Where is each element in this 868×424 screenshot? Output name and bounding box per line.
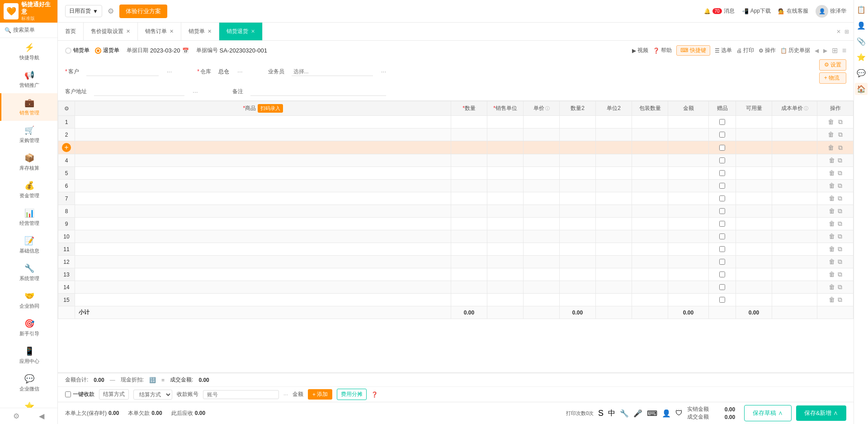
gift-check-12[interactable] <box>719 259 725 265</box>
radio-sale[interactable]: 销货单 <box>65 47 90 54</box>
staff-input[interactable] <box>292 67 373 76</box>
customer-dots-btn[interactable]: ··· <box>167 68 172 75</box>
unit-input-1[interactable] <box>491 119 519 125</box>
qty2-input-1[interactable] <box>563 119 592 125</box>
price-info-icon[interactable]: ⓘ <box>545 106 550 111</box>
gift-check-1[interactable] <box>719 119 725 125</box>
remark-input[interactable] <box>250 87 386 96</box>
toolbar-shortcut-btn[interactable]: ⌨ 快捷键 <box>676 45 710 56</box>
copy-row-7-icon[interactable]: ⧉ <box>838 195 842 202</box>
toolbar-history-btn[interactable]: 📋 历史单据 <box>780 47 810 54</box>
cost-info-icon[interactable]: ⓘ <box>804 106 808 111</box>
product-input-3[interactable] <box>79 144 447 151</box>
calendar-icon[interactable]: 📅 <box>182 48 189 54</box>
copy-row-5-icon[interactable]: ⧉ <box>838 169 842 176</box>
price-input-1[interactable] <box>527 119 556 125</box>
copy-row-4-icon[interactable]: ⧉ <box>838 157 842 164</box>
fee-help-icon[interactable]: ❓ <box>371 391 378 398</box>
sidebar-item-wechat[interactable]: 💬 企业微信 <box>0 369 57 397</box>
save-draft-button[interactable]: 保存草稿 ∧ <box>744 405 792 421</box>
delete-row-3-icon[interactable]: 🗑 <box>828 144 834 151</box>
tab-sale-return[interactable]: 销货退货 ✕ <box>219 23 263 40</box>
copy-row-8-icon[interactable]: ⧉ <box>838 207 842 214</box>
one-click-payment-check[interactable]: 一键收款 <box>65 391 94 398</box>
delete-row-10-icon[interactable]: 🗑 <box>829 233 835 240</box>
nav-prev-icon[interactable]: ◀ <box>815 48 819 54</box>
gift-check-13[interactable] <box>719 272 725 277</box>
pkg-input-1[interactable] <box>636 119 664 125</box>
tab-close-sale-goods[interactable]: ✕ <box>208 29 212 34</box>
copy-row-12-icon[interactable]: ⧉ <box>838 258 842 265</box>
sidebar-item-enterprise[interactable]: 🤝 企业协同 <box>0 286 57 314</box>
app-download-btn[interactable]: 📲 App下载 <box>742 7 771 15</box>
delete-row-2-icon[interactable]: 🗑 <box>828 131 834 138</box>
avail-input-1[interactable] <box>740 119 768 125</box>
sidebar-item-purchase[interactable]: 🛒 采购管理 <box>0 121 57 148</box>
settle-method-btn[interactable]: 结算方式 <box>99 389 129 400</box>
account-dots-btn[interactable]: ··· <box>283 391 288 398</box>
delete-row-6-icon[interactable]: 🗑 <box>829 182 835 189</box>
add-logistics-button[interactable]: + 物流 <box>819 72 846 84</box>
trial-button[interactable]: 体验行业方案 <box>119 5 167 18</box>
tab-close-sale-order[interactable]: ✕ <box>170 29 174 34</box>
th-settings[interactable]: ⚙ <box>58 101 75 116</box>
amount-input-1[interactable] <box>672 119 705 125</box>
topbar-gear-icon[interactable]: ⚙ <box>108 7 114 15</box>
copy-row-14-icon[interactable]: ⧉ <box>838 283 842 291</box>
tab-close-all-icon[interactable]: ✕ <box>836 29 841 35</box>
tab-close-sale-return[interactable]: ✕ <box>251 29 255 34</box>
product-input-1[interactable] <box>79 119 447 125</box>
sidebar-collapse-btn[interactable]: ◀ <box>39 412 44 420</box>
delete-row-5-icon[interactable]: 🗑 <box>829 169 835 176</box>
nav-next-icon[interactable]: ▶ <box>823 48 827 54</box>
delete-row-9-icon[interactable]: 🗑 <box>829 220 835 227</box>
gift-check-2[interactable] <box>719 132 725 138</box>
sidebar-item-shortcut[interactable]: ⚡ 快捷导航 <box>0 38 57 66</box>
warehouse-dots-btn[interactable]: ··· <box>237 68 243 75</box>
qty-input-1[interactable] <box>455 119 483 125</box>
sidebar-item-inventory[interactable]: 📦 库存核算 <box>0 148 57 176</box>
account-input[interactable] <box>203 390 279 399</box>
gift-check-9[interactable] <box>719 221 725 227</box>
gift-check-14[interactable] <box>719 284 725 290</box>
copy-row-15-icon[interactable]: ⧉ <box>838 296 842 303</box>
sidebar-item-system[interactable]: 🔧 系统管理 <box>0 259 57 286</box>
copy-row-6-icon[interactable]: ⧉ <box>838 182 842 189</box>
tab-sale-goods[interactable]: 销货单 ✕ <box>181 23 219 40</box>
sidebar-item-member[interactable]: ⭐ 畅会员 <box>0 397 57 408</box>
toolbar-video-btn[interactable]: ▶ 视频 <box>632 47 648 54</box>
notification-btn[interactable]: 🔔 70 消息 <box>704 7 735 15</box>
staff-dots-btn[interactable]: ··· <box>381 68 387 75</box>
right-sidebar-chat-icon[interactable]: 💬 <box>855 67 868 79</box>
add-fee-btn[interactable]: + 添加 <box>308 389 332 400</box>
toolbar-print-btn[interactable]: 🖨 打印 <box>736 47 754 54</box>
address-dots-btn[interactable]: ··· <box>193 88 198 95</box>
copy-row-10-icon[interactable]: ⧉ <box>838 233 842 240</box>
calc-discount-btn[interactable]: 🔢 <box>149 377 156 383</box>
right-sidebar-star-icon[interactable]: ⭐ <box>855 51 868 63</box>
category-select[interactable]: 日用百货 ▼ <box>65 5 102 17</box>
gift-check-10[interactable] <box>719 233 725 239</box>
sidebar-item-sales[interactable]: 💼 销售管理 <box>0 93 57 121</box>
toolbar-help-btn[interactable]: ❓ 帮助 <box>653 47 672 54</box>
copy-row-3-icon[interactable]: ⧉ <box>838 144 843 151</box>
sidebar-settings-btn[interactable]: ⚙ <box>13 412 19 420</box>
sidebar-item-apps[interactable]: 📱 应用中心 <box>0 342 57 369</box>
grid-view-icon[interactable]: ⊞ <box>832 46 838 55</box>
customer-input[interactable] <box>86 67 159 76</box>
radio-return[interactable]: 退货单 <box>95 47 119 54</box>
fee-split-btn[interactable]: 费用分摊 <box>337 389 367 400</box>
save-new-button[interactable]: 保存&新增 ∧ <box>796 405 846 421</box>
address-input[interactable] <box>94 87 184 96</box>
calc-method-select[interactable]: 结算方式 <box>133 390 172 400</box>
sidebar-item-basic[interactable]: 📝 基础信息 <box>0 231 57 259</box>
sidebar-search[interactable]: 🔍 搜索菜单 <box>0 23 57 38</box>
right-sidebar-attach-icon[interactable]: 📎 <box>855 35 868 48</box>
tab-close-sale-price[interactable]: ✕ <box>126 29 130 34</box>
copy-row-2-icon[interactable]: ⧉ <box>838 131 843 138</box>
tab-expand-icon[interactable]: ⊞ <box>844 29 849 35</box>
delete-row-13-icon[interactable]: 🗑 <box>829 271 835 278</box>
gift-check-8[interactable] <box>719 208 725 214</box>
delete-row-12-icon[interactable]: 🗑 <box>829 258 835 265</box>
delete-row-1-icon[interactable]: 🗑 <box>828 118 834 125</box>
